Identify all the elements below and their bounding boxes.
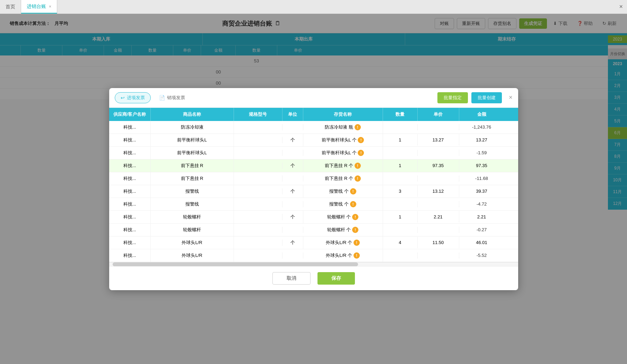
cell-price: 13.27 (418, 134, 459, 146)
cell-qty (383, 227, 418, 233)
col-unit-price: 单价 (418, 108, 459, 121)
tab-home-label: 首页 (6, 4, 15, 10)
cell-product: 报警线 (151, 185, 234, 198)
tab-home[interactable]: 首页 (0, 0, 21, 14)
cell-price (418, 124, 459, 130)
col-inventory-name: 存货名称 (303, 108, 383, 121)
table-row: 科技... 轮毂螺杆 轮毂螺杆 个 ! -0.27 (109, 224, 518, 236)
warning-icon: ! (350, 201, 356, 207)
col-unit: 单位 (282, 108, 303, 121)
cell-price: 97.35 (418, 160, 459, 171)
cell-qty: 3 (383, 185, 418, 197)
cell-amount: 39.37 (459, 185, 504, 197)
modal-actions: 批量指定 批量创建 (437, 92, 502, 103)
modal-overlay: ↩ 进项发票 📄 销项发票 批量指定 批量创建 × 供应商/客户名称 商品名称 (0, 14, 627, 364)
cell-spec (234, 227, 282, 233)
warning-icon: ! (358, 150, 364, 156)
batch-create-button[interactable]: 批量创建 (471, 92, 502, 103)
cell-qty: 4 (383, 237, 418, 248)
tab-bar: 首页 进销台账 × × (0, 0, 627, 14)
cell-qty (383, 201, 418, 207)
scrollbar-track[interactable] (109, 262, 518, 266)
modal-dialog: ↩ 进项发票 📄 销项发票 批量指定 批量创建 × 供应商/客户名称 商品名称 (109, 88, 518, 290)
cell-supplier: 科技... (109, 159, 151, 172)
cell-spec (234, 201, 282, 207)
cell-product: 外球头L/R (151, 249, 234, 262)
cell-amount: -4.72 (459, 198, 504, 210)
cell-spec (234, 252, 282, 259)
cell-product: 前下悬挂 R (151, 172, 234, 185)
warning-icon: ! (352, 227, 358, 233)
cancel-button[interactable]: 取消 (272, 272, 311, 285)
cell-unit (282, 124, 303, 130)
tab-active-label: 进销台账 (27, 3, 46, 10)
cell-product: 外球头L/R (151, 236, 234, 249)
cell-amount: 13.27 (459, 134, 504, 146)
cell-amount: -5.52 (459, 250, 504, 261)
cell-inventory: 前平衡杆球头L 个 ! (303, 147, 383, 159)
modal-table-header: 供应商/客户名称 商品名称 规格型号 单位 存货名称 数量 单价 金额 (109, 108, 518, 121)
cell-product: 前下悬挂 R (151, 159, 234, 172)
warning-icon: ! (350, 188, 356, 194)
tab-close-icon[interactable]: × (49, 4, 51, 9)
col-quantity: 数量 (383, 108, 418, 121)
save-button[interactable]: 保存 (317, 272, 355, 285)
cell-price (418, 201, 459, 207)
tab-active[interactable]: 进销台账 × (21, 0, 57, 14)
cell-spec (234, 137, 282, 143)
cell-product: 轮毂螺杆 (151, 224, 234, 236)
cell-inventory: 防冻冷却液 瓶 ! (303, 121, 383, 133)
tab-outgoing-invoice[interactable]: 📄 销项发票 (154, 93, 191, 103)
cell-qty (383, 150, 418, 156)
batch-assign-button[interactable]: 批量指定 (437, 92, 468, 103)
cell-inventory: 轮毂螺杆 个 ! (303, 224, 383, 236)
table-row: 科技... 报警线 报警线 个 ! -4.72 (109, 198, 518, 211)
cell-qty: 1 (383, 160, 418, 171)
cell-inventory: 前平衡杆球头L 个 ! (303, 134, 383, 146)
cell-amount: -0.27 (459, 224, 504, 235)
cell-price (418, 252, 459, 259)
cell-inventory: 外球头L/R 个 ! (303, 236, 383, 249)
cell-product: 报警线 (151, 198, 234, 210)
table-row: 科技... 外球头L/R 个 外球头L/R 个 ! 4 11.50 46.01 (109, 236, 518, 249)
cell-supplier: 科技... (109, 185, 151, 198)
cell-amount: -1.59 (459, 147, 504, 158)
cell-spec (234, 240, 282, 246)
cell-qty (383, 252, 418, 259)
warning-icon: ! (355, 175, 361, 182)
incoming-icon: ↩ (121, 95, 125, 101)
cell-inventory: 报警线 个 ! (303, 185, 383, 198)
incoming-tab-label: 进项发票 (127, 95, 145, 101)
warning-icon: ! (354, 240, 360, 246)
modal-table: 供应商/客户名称 商品名称 规格型号 单位 存货名称 数量 单价 金额 科技..… (109, 108, 518, 262)
cell-inventory: 报警线 个 ! (303, 198, 383, 210)
cell-amount: -11.68 (459, 173, 504, 184)
cell-unit: 个 (282, 236, 303, 249)
cell-supplier: 科技... (109, 121, 151, 133)
warning-icon: ! (354, 252, 360, 259)
cell-product: 前平衡杆球头L (151, 147, 234, 159)
warning-icon: ! (355, 163, 361, 169)
cell-price: 11.50 (418, 237, 459, 248)
cell-unit (282, 150, 303, 156)
cell-product: 轮毂螺杆 (151, 211, 234, 223)
cell-qty (383, 175, 418, 182)
table-row: 科技... 轮毂螺杆 个 轮毂螺杆 个 ! 1 2.21 2.21 (109, 211, 518, 224)
cell-unit: 个 (282, 159, 303, 172)
table-row: 科技... 防冻冷却液 防冻冷却液 瓶 ! -1,243.76 (109, 121, 518, 134)
outgoing-icon: 📄 (159, 95, 165, 101)
modal-close-icon[interactable]: × (509, 94, 513, 101)
cell-inventory: 外球头L/R 个 ! (303, 249, 383, 262)
table-row: 科技... 前平衡杆球头L 个 前平衡杆球头L 个 ! 1 13.27 13.2… (109, 134, 518, 147)
cell-amount: -1,243.76 (459, 121, 504, 133)
table-row: 科技... 外球头L/R 外球头L/R 个 ! -5.52 (109, 249, 518, 262)
window-close-icon[interactable]: × (619, 3, 623, 10)
cell-qty: 1 (383, 211, 418, 223)
cell-amount: 97.35 (459, 160, 504, 171)
cell-unit: 个 (282, 211, 303, 223)
warning-icon: ! (358, 137, 364, 143)
cell-spec (234, 175, 282, 182)
cell-price (418, 150, 459, 156)
cell-supplier: 科技... (109, 147, 151, 159)
tab-incoming-invoice[interactable]: ↩ 进项发票 (115, 92, 151, 103)
